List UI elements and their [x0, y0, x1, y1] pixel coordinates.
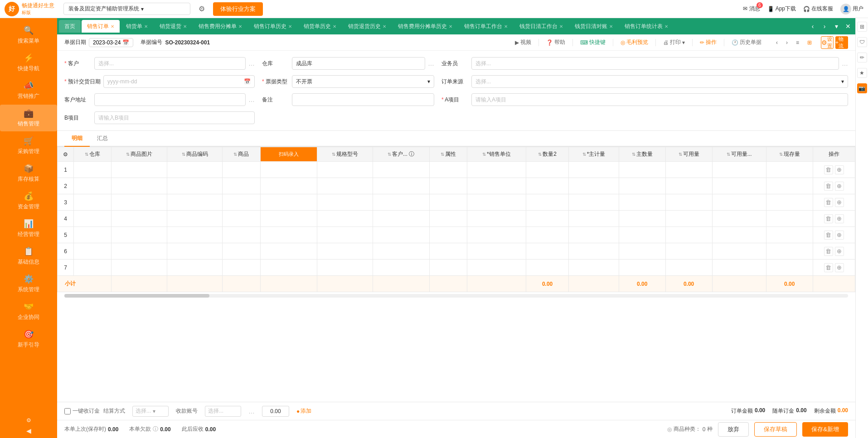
sort-icon[interactable]: ⇅ [779, 152, 783, 157]
warehouse-more-icon[interactable]: … [428, 60, 434, 67]
tab-close-sales-invoice[interactable]: ✕ [144, 24, 148, 29]
history-btn[interactable]: 🕐 历史单据 [728, 38, 765, 47]
tab-sales-summary[interactable]: 销售订单统计表 ✕ [619, 20, 674, 33]
row-copy-btn[interactable]: ⊕ [835, 165, 844, 174]
row-copy-btn[interactable]: ⊕ [835, 263, 844, 272]
address-input[interactable] [94, 93, 246, 106]
warehouse-input[interactable]: 成品库 [292, 57, 425, 70]
tab-next-btn[interactable]: › [819, 21, 830, 32]
app-selector[interactable]: 装备及固定资产辅助管理系统 ▾ [63, 3, 190, 15]
add-btn[interactable]: ● 添加 [296, 407, 311, 415]
operation-btn[interactable]: ✏ 操作 [696, 38, 720, 47]
tab-sales-order[interactable]: 销售订单 ✕ [82, 20, 120, 33]
view-btn[interactable]: ▶ 视频 [511, 38, 535, 47]
trial-button[interactable]: 体验行业方案 [213, 2, 263, 16]
invoice-select[interactable]: 不开票 ▾ [292, 75, 434, 88]
sidebar-item-purchase[interactable]: 🛒 采购管理 [0, 132, 57, 159]
sort-icon[interactable]: ⇅ [388, 152, 391, 157]
col-settings[interactable]: ⚙ [58, 147, 74, 162]
sidebar-item-finance[interactable]: 💰 资金管理 [0, 188, 57, 214]
tab-close-sales-order[interactable]: ✕ [111, 24, 114, 29]
sub-tab-summary[interactable]: 汇总 [90, 131, 115, 147]
add-logistics-btn[interactable]: + 物流 [835, 36, 848, 49]
tab-prev-btn[interactable]: ‹ [807, 21, 818, 32]
horizontal-scrollbar[interactable] [64, 294, 848, 298]
shortcut-btn[interactable]: ⌨ 快捷键 [577, 38, 609, 47]
sort-icon[interactable]: ⇅ [632, 152, 635, 157]
tab-sales-expense[interactable]: 销售费用分摊单 ✕ [193, 20, 247, 33]
tab-close-cash-workbench[interactable]: ✕ [559, 24, 563, 29]
tab-cash-workbench[interactable]: 钱货日清工作台 ✕ [514, 20, 568, 33]
tab-cash-reconcile[interactable]: 钱货日清对账 ✕ [569, 20, 618, 33]
rp-icon-5[interactable]: 📷 [857, 83, 867, 93]
tab-home[interactable]: 首页 [59, 20, 81, 33]
scroll-thumb[interactable] [64, 294, 209, 298]
sidebar-item-enterprise[interactable]: 🤝 企业协同 [0, 298, 57, 325]
tab-close-all-btn[interactable]: ✕ [843, 21, 853, 32]
list-view-btn[interactable]: ≡ [792, 39, 803, 47]
tab-close-sales-return-history[interactable]: ✕ [383, 24, 386, 29]
sidebar-item-sales[interactable]: 💼 销售管理 [0, 105, 57, 131]
tab-close-sales-expense-history[interactable]: ✕ [449, 24, 452, 29]
customer-more-icon[interactable]: … [248, 60, 255, 67]
sort-icon[interactable]: ⇅ [441, 152, 444, 157]
rp-icon-4[interactable]: ★ [857, 68, 867, 78]
staff-input[interactable]: 选择... [471, 57, 839, 70]
row-delete-btn[interactable]: 🗑 [824, 182, 833, 191]
row-delete-btn[interactable]: 🗑 [824, 214, 833, 223]
tab-close-sales-invoice-history[interactable]: ✕ [333, 24, 336, 29]
discard-button[interactable]: 放弃 [718, 422, 749, 437]
sort-icon[interactable]: ⇅ [332, 152, 335, 157]
sort-icon[interactable]: ⇅ [679, 152, 682, 157]
sort-icon[interactable]: ⇅ [538, 152, 542, 157]
sort-icon[interactable]: ⇅ [233, 152, 237, 157]
nav-prev-btn[interactable]: ‹ [772, 39, 781, 47]
sort-icon[interactable]: ⇅ [482, 152, 486, 157]
delivery-date-input[interactable]: yyyy-mm-dd 📅 [103, 75, 255, 88]
sort-icon[interactable]: ⇅ [85, 152, 88, 157]
sidebar-settings-btn[interactable]: ⚙ [26, 417, 31, 424]
staff-more-icon[interactable]: … [842, 60, 848, 67]
tab-close-sales-summary[interactable]: ✕ [664, 24, 668, 29]
order-source-select[interactable]: 选择... ▾ [471, 75, 848, 88]
row-copy-btn[interactable]: ⊕ [835, 231, 844, 240]
amount-input[interactable] [262, 406, 289, 417]
tab-sales-invoice-history[interactable]: 销货单历史 ✕ [298, 20, 342, 33]
sidebar-collapse-btn[interactable]: ◀ [26, 427, 31, 434]
grid-view-btn[interactable]: ⊞ [804, 39, 815, 47]
messages-btn[interactable]: ✉ 消息 6 [743, 5, 760, 13]
user-avatar[interactable]: 👤 用户 [840, 4, 863, 14]
tab-close-sales-order-history[interactable]: ✕ [288, 24, 292, 29]
tab-close-sales-return[interactable]: ✕ [183, 24, 187, 29]
sidebar-item-inventory[interactable]: 📦 库存核算 [0, 160, 57, 187]
online-service-btn[interactable]: 🎧 在线客服 [803, 5, 833, 13]
b-project-input[interactable]: 请输入B项目 [94, 111, 255, 124]
row-delete-btn[interactable]: 🗑 [824, 231, 833, 240]
address-more-icon[interactable]: … [248, 96, 255, 103]
rp-icon-3[interactable]: ✏ [857, 53, 867, 63]
a-project-input[interactable]: 请输入A项目 [471, 93, 848, 106]
bill-date-field[interactable]: 2023-03-24 📅 [89, 38, 133, 47]
scan-button[interactable]: 扫码录入 [275, 150, 302, 159]
sort-icon[interactable]: ⇅ [126, 152, 130, 157]
sidebar-item-basic[interactable]: 📋 基础信息 [0, 243, 57, 270]
sort-icon[interactable]: ⇅ [182, 152, 185, 157]
settings-panel-btn[interactable]: ⚙ 设置 [821, 36, 834, 49]
sidebar-item-system[interactable]: ⚙️ 系统管理 [0, 270, 57, 297]
app-download-btn[interactable]: 📱 App下载 [767, 5, 796, 13]
tab-sales-invoice[interactable]: 销货单 ✕ [121, 20, 153, 33]
print-btn[interactable]: 🖨 打印 ▾ [659, 38, 689, 47]
row-delete-btn[interactable]: 🗑 [824, 263, 833, 272]
tab-sales-workbench[interactable]: 销售订单工作台 ✕ [459, 20, 513, 33]
row-delete-btn[interactable]: 🗑 [824, 198, 833, 207]
tab-close-sales-workbench[interactable]: ✕ [504, 24, 508, 29]
sidebar-item-guide[interactable]: 🎯 新手引导 [0, 326, 57, 352]
row-copy-btn[interactable]: ⊕ [835, 182, 844, 191]
rp-icon-2[interactable]: 🛡 [857, 37, 867, 47]
save-draft-button[interactable]: 保存草稿 [754, 422, 797, 437]
row-delete-btn[interactable]: 🗑 [824, 247, 833, 256]
tab-sales-return[interactable]: 销货退货 ✕ [154, 20, 192, 33]
sidebar-item-operations[interactable]: 📊 经营管理 [0, 215, 57, 242]
ellipsis-account[interactable]: … [248, 408, 255, 415]
row-copy-btn[interactable]: ⊕ [835, 247, 844, 256]
